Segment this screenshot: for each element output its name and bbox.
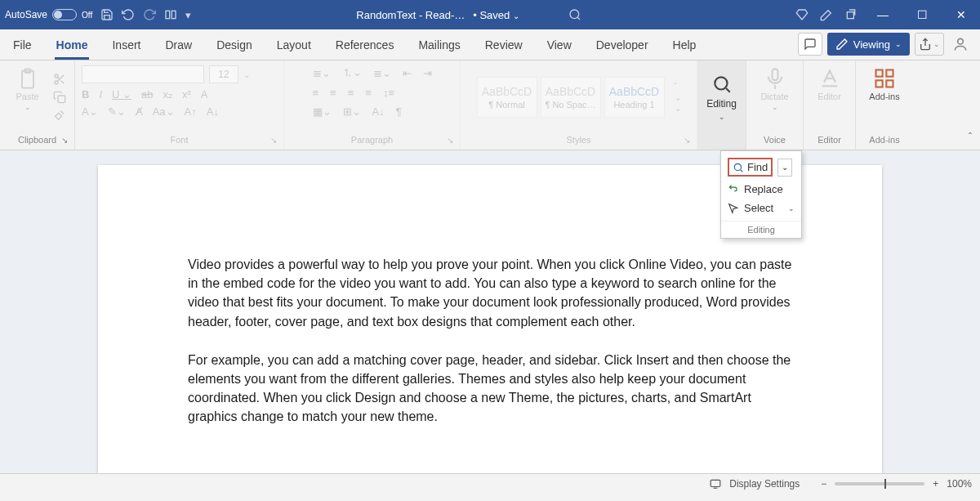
highlight-button[interactable]: ✎⌄ (108, 105, 126, 118)
tab-insert[interactable]: Insert (110, 32, 142, 60)
dialog-launcher-icon[interactable]: ↘ (61, 136, 68, 145)
tab-mailings[interactable]: Mailings (416, 32, 461, 60)
styles-scroll-down[interactable]: ⌄ (675, 93, 681, 102)
style-heading1[interactable]: AaBbCcD Heading 1 (604, 77, 665, 118)
clear-formatting-button[interactable]: A̸ (136, 105, 143, 118)
group-addins: Add-ins Add-ins (856, 60, 913, 150)
dialog-launcher-icon[interactable]: ↘ (684, 136, 690, 145)
restore-window-icon[interactable] (844, 8, 858, 21)
tab-design[interactable]: Design (215, 32, 254, 60)
dialog-launcher-icon[interactable]: ↘ (447, 136, 453, 145)
saved-state[interactable]: • Saved ⌄ (473, 9, 519, 21)
chevron-down-icon: ⌄ (788, 204, 795, 212)
decrease-indent-button[interactable]: ⇤ (403, 67, 412, 79)
font-size-combo[interactable]: 12 (209, 65, 238, 83)
person-icon (952, 36, 969, 52)
quick-access-icon[interactable] (164, 8, 177, 21)
zoom-level[interactable]: 100% (947, 478, 972, 490)
dictate-button[interactable]: Dictate ⌄ (756, 65, 794, 113)
tab-layout[interactable]: Layout (275, 32, 313, 60)
style-nospacing[interactable]: AaBbCcD ¶ No Spac… (541, 77, 601, 118)
tab-file[interactable]: File (11, 32, 33, 60)
font-name-combo[interactable] (82, 65, 204, 83)
replace-icon (728, 184, 739, 195)
display-settings-label[interactable]: Display Settings (729, 478, 800, 490)
minimize-button[interactable]: — (869, 8, 897, 21)
dialog-launcher-icon[interactable]: ↘ (270, 136, 277, 145)
replace-menu-item[interactable]: Replace (721, 180, 801, 199)
underline-button[interactable]: U ⌄ (112, 88, 131, 101)
paragraph-2[interactable]: For example, you can add a matching cove… (188, 351, 800, 427)
svg-rect-1 (172, 11, 176, 18)
zoom-slider[interactable] (835, 482, 924, 485)
change-case-button[interactable]: Aa⌄ (153, 105, 175, 118)
align-right-button[interactable]: ≡ (348, 87, 354, 99)
justify-button[interactable]: ≡ (365, 87, 372, 99)
tab-developer[interactable]: Developer (595, 32, 650, 60)
show-hide-button[interactable]: ¶ (396, 105, 402, 118)
comments-button[interactable] (798, 33, 822, 56)
borders-button[interactable]: ⊞⌄ (343, 105, 361, 118)
zoom-out-button[interactable]: − (821, 478, 826, 490)
bullets-button[interactable]: ≣⌄ (313, 67, 331, 79)
shading-button[interactable]: ▦⌄ (313, 105, 332, 118)
bold-button[interactable]: B (82, 88, 89, 101)
viewing-mode-button[interactable]: Viewing ⌄ (827, 33, 910, 56)
copy-icon[interactable] (53, 91, 66, 104)
tab-draw[interactable]: Draw (163, 32, 194, 60)
chevron-down-icon: ⌄ (772, 103, 778, 111)
italic-button[interactable]: I (99, 88, 102, 101)
cut-icon[interactable] (53, 73, 66, 86)
svg-point-2 (570, 10, 579, 19)
text-effects-button[interactable]: A (201, 88, 208, 101)
autosave-toggle[interactable]: AutoSave Off (5, 9, 92, 20)
find-menu-item[interactable]: Find (728, 158, 773, 177)
group-label: Paragraph (351, 135, 393, 145)
search-icon[interactable] (568, 8, 581, 21)
increase-indent-button[interactable]: ⇥ (423, 67, 432, 79)
line-spacing-button[interactable]: ↕≡ (383, 87, 394, 99)
styles-expand[interactable]: ⌄ (675, 104, 681, 113)
display-settings-icon[interactable] (710, 478, 721, 490)
account-button[interactable] (949, 33, 972, 56)
sort-button[interactable]: A↓ (372, 105, 385, 118)
pencil-icon (835, 38, 849, 51)
shrink-font-button[interactable]: A↓ (207, 105, 219, 118)
zoom-in-button[interactable]: + (933, 478, 938, 490)
save-icon[interactable] (100, 8, 114, 21)
find-dropdown-arrow[interactable]: ⌄ (777, 159, 792, 177)
select-menu-item[interactable]: Select ⌄ (721, 199, 801, 217)
undo-icon[interactable] (122, 8, 135, 21)
collapse-ribbon-button[interactable]: ˆ (969, 132, 972, 143)
paste-button[interactable]: Paste ⌄ (9, 65, 47, 113)
maximize-button[interactable]: ☐ (908, 8, 936, 21)
diamond-icon[interactable] (795, 8, 808, 21)
tab-view[interactable]: View (546, 32, 573, 60)
font-color-button[interactable]: A⌄ (82, 105, 98, 118)
tab-review[interactable]: Review (483, 32, 524, 60)
close-button[interactable]: ✕ (947, 8, 975, 21)
paragraph-1[interactable]: Video provides a powerful way to help yo… (188, 255, 800, 331)
align-left-button[interactable]: ≡ (313, 87, 319, 99)
share-button[interactable]: ⌄ (915, 33, 944, 56)
superscript-button[interactable]: x² (182, 88, 191, 101)
styles-scroll-up[interactable]: ˆ (675, 83, 681, 92)
subscript-button[interactable]: x₂ (163, 88, 172, 101)
strikethrough-button[interactable]: ab (141, 88, 153, 101)
multilevel-button[interactable]: ≣⌄ (373, 67, 391, 79)
tab-help[interactable]: Help (671, 32, 698, 60)
redo-icon[interactable] (143, 8, 156, 21)
grow-font-button[interactable]: A↑ (185, 105, 197, 118)
tab-references[interactable]: References (334, 32, 396, 60)
group-label: Voice (764, 135, 786, 145)
align-center-button[interactable]: ≡ (330, 87, 336, 99)
addins-button[interactable]: Add-ins (866, 65, 903, 103)
document-area[interactable]: Video provides a powerful way to help yo… (0, 150, 980, 473)
editing-button[interactable]: Editing ⌄ (704, 74, 739, 121)
editor-button[interactable]: Editor (811, 65, 849, 103)
numbering-button[interactable]: ⒈⌄ (342, 65, 362, 80)
format-painter-icon[interactable] (53, 109, 66, 122)
tab-home[interactable]: Home (55, 32, 90, 60)
wand-icon[interactable] (820, 8, 833, 21)
style-normal[interactable]: AaBbCcD ¶ Normal (477, 77, 537, 118)
